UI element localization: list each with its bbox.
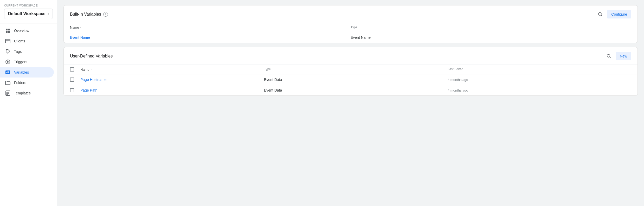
built-in-variable-name[interactable]: Event Name [70,35,351,40]
built-in-variables-card: Built-In Variables ? Configure Name ↑ Ty… [63,5,638,43]
sidebar-item-label-folders: Folders [14,81,26,85]
svg-point-11 [607,54,610,57]
triggers-icon [5,59,10,65]
workspace-name: Default Workspace [8,11,46,16]
row-checkbox-0[interactable] [70,78,74,82]
sidebar-item-overview[interactable]: Overview [0,25,54,36]
built-in-type-col-header: Type [351,25,631,29]
sidebar-item-label-clients: Clients [14,39,25,43]
main-content: Built-In Variables ? Configure Name ↑ Ty… [57,0,644,206]
sidebar-item-label-tags: Tags [14,49,22,54]
svg-rect-3 [8,31,10,33]
sidebar-item-label-triggers: Triggers [14,60,27,64]
svg-rect-9 [6,91,10,95]
workspace-section: CURRENT WORKSPACE Default Workspace › [0,4,57,23]
svg-point-10 [598,12,601,15]
nav-list: Overview Clients Tags [0,25,57,98]
sidebar-item-clients[interactable]: Clients [0,36,54,46]
user-defined-type-col-header: Type [264,67,448,72]
current-workspace-label: CURRENT WORKSPACE [4,4,53,7]
built-in-table-header: Name ↑ Type [64,23,637,32]
folders-icon [5,80,10,85]
row-checkbox-1[interactable] [70,88,74,92]
built-in-variables-title: Built-In Variables ? [70,12,108,17]
svg-rect-2 [6,31,8,33]
built-in-variables-actions: Configure [597,10,631,18]
sidebar-item-folders[interactable]: Folders [0,78,54,88]
user-defined-variables-header: User-Defined Variables New [64,47,637,65]
built-in-variable-type: Event Name [351,35,631,40]
user-defined-search-button[interactable] [605,53,613,60]
svg-rect-1 [8,29,10,30]
svg-rect-8 [5,70,10,74]
overview-icon [5,28,10,33]
sidebar-item-tags[interactable]: Tags [0,46,54,57]
sidebar-item-templates[interactable]: Templates [0,88,54,98]
sidebar-item-variables[interactable]: Variables [0,67,54,78]
svg-point-5 [7,50,7,51]
new-variable-button[interactable]: New [616,52,631,60]
sidebar-item-label-overview: Overview [14,29,29,33]
built-in-variables-header: Built-In Variables ? Configure [64,5,637,23]
sidebar-item-label-templates: Templates [14,91,31,95]
user-defined-variables-card: User-Defined Variables New Name ↑ [63,47,638,96]
templates-icon [5,91,10,96]
user-defined-table-header: Name ↑ Type Last Edited [64,65,637,74]
table-row: Page Hostname Event Data 4 months ago [64,74,637,85]
sidebar: CURRENT WORKSPACE Default Workspace › Ov… [0,0,57,206]
clients-icon [5,38,10,44]
svg-rect-0 [6,29,8,30]
user-defined-last-edited-col-header: Last Edited [448,67,631,72]
workspace-button[interactable]: Default Workspace › [4,9,53,19]
select-all-checkbox[interactable] [70,67,74,72]
built-in-search-button[interactable] [597,11,604,18]
table-row: Page Path Event Data 4 months ago [64,85,637,95]
user-defined-variable-type-1: Event Data [264,88,448,92]
user-defined-variables-actions: New [605,52,631,60]
svg-point-7 [7,61,9,63]
user-defined-variable-name-0[interactable]: Page Hostname [80,78,264,82]
help-icon[interactable]: ? [103,12,108,17]
sidebar-item-label-variables: Variables [14,70,29,74]
tags-icon [5,49,10,54]
configure-button[interactable]: Configure [607,10,631,18]
sidebar-item-triggers[interactable]: Triggers [0,57,54,67]
sort-arrow-icon: ↑ [80,26,82,29]
user-defined-variables-title: User-Defined Variables [70,54,113,59]
built-in-name-col-header: Name ↑ [70,25,351,29]
user-defined-variable-name-1[interactable]: Page Path [80,88,264,92]
user-defined-name-col-header: Name ↑ [80,67,264,72]
built-in-table-row: Event Name Event Name [64,32,637,43]
user-defined-variable-edited-0: 4 months ago [448,78,631,82]
user-defined-variable-edited-1: 4 months ago [448,88,631,92]
chevron-right-icon: › [48,11,49,16]
user-defined-variable-type-0: Event Data [264,78,448,82]
user-defined-sort-arrow-icon: ↑ [91,68,92,71]
variables-icon [5,70,10,75]
